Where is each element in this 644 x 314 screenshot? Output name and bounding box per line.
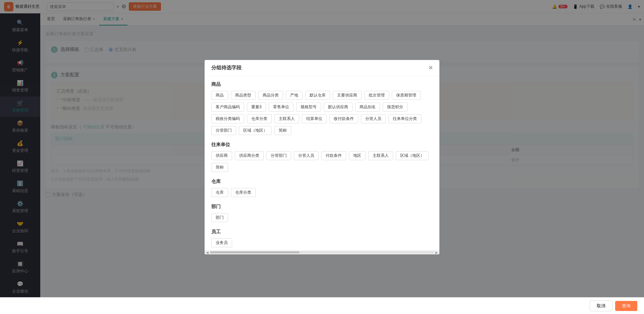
goods-field-tags: 商品 商品类型 商品分类 产地 默认仓库 主要供应商 批次管理 保质期管理 客户…: [211, 91, 433, 135]
modal-body: 商品 商品 商品类型 商品分类 产地 默认仓库 主要供应商 批次管理 保质期管理…: [205, 76, 439, 250]
section-goods: 商品 商品 商品类型 商品分类 产地 默认仓库 主要供应商 批次管理 保质期管理…: [211, 81, 433, 135]
field-tag[interactable]: 简称: [211, 163, 228, 172]
section-department: 部门 部门: [211, 204, 433, 222]
field-tag[interactable]: 保质期管理: [392, 91, 421, 100]
field-tag[interactable]: 付款条件: [321, 151, 346, 160]
field-tag[interactable]: 供应商: [211, 151, 232, 160]
field-tag[interactable]: 简称: [274, 126, 291, 135]
section-warehouse-title: 仓库: [211, 179, 433, 185]
cancel-button[interactable]: 取消: [590, 301, 612, 311]
field-tag[interactable]: 批次管理: [364, 91, 389, 100]
modal-horizontal-scrollbar[interactable]: ◀ ▶: [205, 250, 439, 254]
confirm-button[interactable]: 查询: [615, 301, 637, 311]
field-tag[interactable]: 默认供应商: [324, 103, 353, 112]
department-field-tags: 部门: [211, 213, 433, 222]
field-tag[interactable]: 规格型号: [296, 103, 321, 112]
partner-field-tags: 供应商 供应商分类 分管部门 分管人员 付款条件 地区 主联系人 区域（地区） …: [211, 151, 433, 172]
field-tag[interactable]: 商品: [211, 91, 228, 100]
modal-close-button[interactable]: ✕: [428, 65, 433, 71]
field-tag[interactable]: 业务员: [211, 238, 232, 247]
field-tag[interactable]: 主联系人: [368, 151, 393, 160]
section-employee-title: 员工: [211, 229, 433, 235]
section-warehouse: 仓库 仓库 仓库分类: [211, 179, 433, 197]
section-goods-title: 商品: [211, 81, 433, 87]
field-tag[interactable]: 税收分类编码: [211, 114, 244, 123]
field-tag[interactable]: 主联系人: [274, 114, 299, 123]
hscroll-track[interactable]: [210, 251, 434, 253]
field-tag[interactable]: 分管人员: [361, 114, 386, 123]
scroll-left-arrow[interactable]: ◀: [206, 251, 210, 254]
field-tag[interactable]: 商品类型: [231, 91, 256, 100]
field-tag[interactable]: 收付款条件: [329, 114, 358, 123]
field-tag[interactable]: 拣货积分: [383, 103, 408, 112]
section-employee: 员工 业务员: [211, 229, 433, 247]
field-tag[interactable]: 重量3: [247, 103, 266, 112]
field-tag[interactable]: 部门: [211, 213, 228, 222]
warehouse-field-tags: 仓库 仓库分类: [211, 188, 433, 197]
field-tag[interactable]: 区域（地区）: [239, 126, 272, 135]
field-tag[interactable]: 分管部门: [266, 151, 291, 160]
section-partner: 往来单位 供应商 供应商分类 分管部门 分管人员 付款条件 地区 主联系人 区域…: [211, 142, 433, 172]
field-tag[interactable]: 地区: [349, 151, 366, 160]
field-tag[interactable]: 商品分类: [258, 91, 283, 100]
section-department-title: 部门: [211, 204, 433, 210]
field-tag[interactable]: 分管人员: [294, 151, 319, 160]
field-tag[interactable]: 零售单位: [269, 103, 293, 112]
modal-dialog: 分组待选字段 ✕ 商品 商品 商品类型 商品分类 产地 默认仓库 主要供应商 批…: [205, 60, 439, 254]
modal-header: 分组待选字段 ✕: [205, 60, 439, 76]
section-partner-title: 往来单位: [211, 142, 433, 148]
field-tag[interactable]: 结算单位: [302, 114, 327, 123]
field-tag[interactable]: 供应商分类: [235, 151, 264, 160]
field-tag[interactable]: 产地: [286, 91, 303, 100]
scroll-right-arrow[interactable]: ▶: [434, 251, 438, 254]
field-tag[interactable]: 区域（地区）: [396, 151, 429, 160]
employee-field-tags: 业务员: [211, 238, 433, 247]
field-tag[interactable]: 默认仓库: [305, 91, 330, 100]
field-tag[interactable]: 商品别名: [355, 103, 380, 112]
field-tag[interactable]: 仓库: [211, 188, 228, 197]
field-tag[interactable]: 分管部门: [211, 126, 236, 135]
field-tag[interactable]: 客户商品编码: [211, 103, 244, 112]
modal-footer: 取消 查询: [0, 297, 644, 314]
field-tag[interactable]: 往来单位分类: [388, 114, 421, 123]
modal-overlay: 分组待选字段 ✕ 商品 商品 商品类型 商品分类 产地 默认仓库 主要供应商 批…: [0, 0, 644, 314]
modal-title: 分组待选字段: [211, 65, 241, 71]
hscroll-thumb[interactable]: [210, 251, 300, 253]
field-tag[interactable]: 仓库分类: [231, 188, 256, 197]
field-tag[interactable]: 主要供应商: [333, 91, 362, 100]
field-tag[interactable]: 仓库分类: [247, 114, 272, 123]
